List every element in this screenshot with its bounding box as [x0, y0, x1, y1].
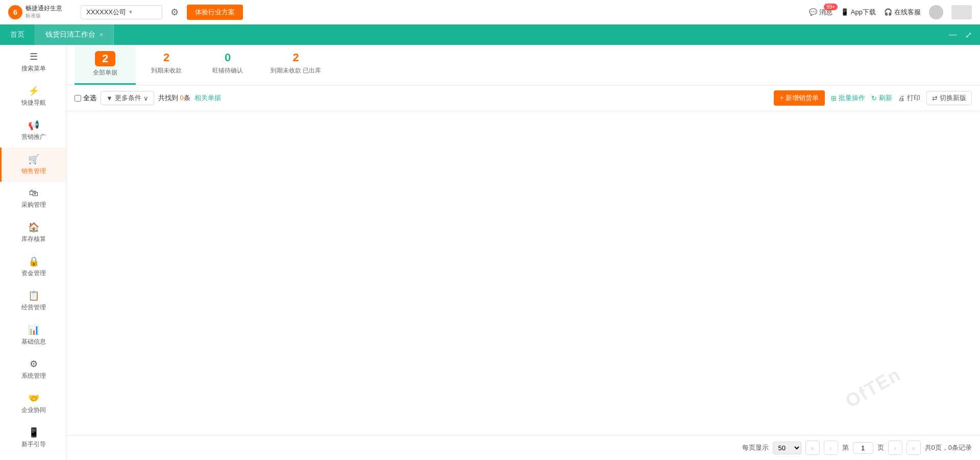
top-bar-right: 💬 消息 99+ 📱 App下载 🎧 在线客服: [809, 5, 972, 19]
sidebar-item-cooperation[interactable]: 🤝 企业协同: [0, 386, 66, 421]
message-icon: 💬: [809, 8, 817, 16]
tab-qianhuoqingong[interactable]: 钱货日清工作台 ×: [35, 25, 114, 45]
close-tab-icon[interactable]: ×: [100, 31, 103, 38]
table-empty-state: [66, 111, 980, 435]
related-link[interactable]: 相关单据: [194, 93, 221, 103]
finance-icon: 🔒: [28, 256, 39, 267]
sidebar-item-purchase[interactable]: 🛍 采购管理: [0, 182, 66, 215]
select-all-checkbox[interactable]: 全选: [75, 93, 96, 103]
switch-version-button[interactable]: ⇄ 切换新版: [926, 91, 972, 105]
add-sale-order-button[interactable]: + 新增销货单: [774, 90, 825, 106]
select-all-input[interactable]: [75, 95, 81, 102]
first-page-button[interactable]: «: [805, 441, 820, 455]
refresh-button[interactable]: ↻ 刷新: [871, 93, 892, 103]
found-text: 共找到 0条: [158, 93, 190, 103]
sidebar-label-purchase: 采购管理: [21, 201, 46, 209]
chevron-filter-icon: ∨: [143, 94, 149, 102]
refresh-icon: ↻: [871, 94, 877, 102]
sidebar-label-quick-nav: 快捷导航: [21, 99, 46, 107]
sales-icon: 🛒: [28, 154, 39, 165]
maximize-icon[interactable]: ⤢: [963, 28, 974, 42]
batch-icon: ⊞: [831, 94, 837, 102]
stats-tab-pending[interactable]: 0 旺辅待确认: [197, 45, 258, 85]
stats-label-all: 全部单据: [93, 68, 117, 77]
sidebar-item-marketing[interactable]: 📢 营销推广: [0, 113, 66, 148]
operation-icon: 📋: [28, 290, 39, 301]
company-name: XXXXXX公司: [86, 8, 126, 17]
sidebar-label-finance: 资金管理: [21, 269, 46, 278]
sidebar-label-marketing: 营销推广: [21, 133, 46, 141]
batch-operation-button[interactable]: ⊞ 批量操作: [831, 93, 865, 103]
stats-num-pending: 0: [225, 51, 231, 64]
stats-num-overdue: 2: [163, 51, 169, 64]
per-page-select[interactable]: 10 20 50 100: [773, 442, 801, 454]
next-page-button[interactable]: ›: [888, 441, 902, 455]
settings-icon[interactable]: ⚙: [168, 5, 181, 20]
message-badge: 99+: [824, 4, 838, 10]
sidebar-item-sales[interactable]: 🛒 销售管理: [0, 148, 66, 182]
print-button[interactable]: 🖨 打印: [898, 93, 920, 103]
more-filter-label: 更多条件: [115, 93, 141, 103]
service-icon: 🎧: [884, 8, 892, 16]
toolbar-left: 全选 ▼ 更多条件 ∨ 共找到 0条 相关单据: [75, 91, 221, 105]
nav-tabs: 首页 钱货日清工作台 × — ⤢: [0, 25, 980, 45]
system-icon: ⚙: [30, 358, 38, 370]
tab-home[interactable]: 首页: [0, 25, 35, 45]
online-service-item[interactable]: 🎧 在线客服: [884, 8, 921, 17]
logo-area: 6 畅捷通好生意 标准版: [8, 5, 75, 20]
basic-info-icon: 📊: [28, 324, 39, 335]
content-area: 2 全部单据 2 到期未收款 0 旺辅待确认 2 到期未收款 已出库 全选: [66, 45, 980, 460]
sidebar-label-search-menu: 搜索菜单: [21, 64, 46, 73]
stats-label-pending: 旺辅待确认: [212, 66, 243, 75]
avatar[interactable]: [929, 5, 943, 19]
stats-tab-overdue[interactable]: 2 到期未收款: [136, 45, 197, 85]
sidebar-label-inventory: 库存核算: [21, 235, 46, 244]
sidebar-item-inventory[interactable]: 🏠 库存核算: [0, 215, 66, 250]
user-name-area: [951, 5, 972, 19]
cooperation-icon: 🤝: [28, 393, 39, 404]
logo-sub: 标准版: [26, 12, 62, 19]
sidebar-label-cooperation: 企业协同: [21, 406, 46, 415]
guide-icon: 📱: [28, 427, 39, 438]
sidebar-item-guide[interactable]: 📱 新手引导: [0, 421, 66, 455]
sidebar-label-basic-info: 基础信息: [21, 337, 46, 346]
sidebar-item-app-center[interactable]: 🛒 应用中心: [0, 455, 66, 460]
found-count: 0: [180, 94, 184, 102]
sidebar-item-basic-info[interactable]: 📊 基础信息: [0, 318, 66, 352]
top-bar: 6 畅捷通好生意 标准版 XXXXXX公司 ▼ ⚙ 体验行业方案 💬 消息 99…: [0, 0, 980, 25]
sidebar-item-quick-nav[interactable]: ⚡ 快捷导航: [0, 79, 66, 113]
more-filter-button[interactable]: ▼ 更多条件 ∨: [101, 91, 154, 105]
sidebar-item-operation[interactable]: 📋 经营管理: [0, 284, 66, 318]
download-icon: 📱: [841, 8, 849, 16]
last-page-button[interactable]: »: [906, 441, 921, 455]
logo-icon: 6: [8, 5, 22, 19]
main-layout: ☰ 搜索菜单 ⚡ 快捷导航 📢 营销推广 🛒 销售管理 🛍 采购管理 🏠 库存核…: [0, 45, 980, 460]
app-download-item[interactable]: 📱 App下载: [841, 8, 876, 17]
sidebar-item-search-menu[interactable]: ☰ 搜索菜单: [0, 45, 66, 79]
trial-button[interactable]: 体验行业方案: [187, 5, 243, 20]
message-item[interactable]: 💬 消息 99+: [809, 8, 832, 17]
toolbar: 全选 ▼ 更多条件 ∨ 共找到 0条 相关单据 + 新增销货单 ⊞ 批量操作: [66, 85, 980, 111]
print-icon: 🖨: [898, 94, 905, 102]
filter-icon: ▼: [106, 94, 113, 102]
sidebar-label-system: 系统管理: [21, 372, 46, 380]
pagination: 每页显示 10 20 50 100 « ‹ 第 页 › » 共0页，0条记录: [66, 435, 980, 460]
minimize-icon[interactable]: —: [947, 28, 959, 42]
stats-label-overdue: 到期未收款: [151, 66, 182, 75]
page-input[interactable]: [853, 442, 873, 454]
total-records: 共0页，0条记录: [925, 443, 972, 452]
switch-icon: ⇄: [932, 94, 938, 102]
page-label: 第: [842, 443, 849, 452]
marketing-icon: 📢: [28, 119, 39, 131]
app-download-label: App下载: [851, 8, 876, 17]
stats-tab-overdue-shipped[interactable]: 2 到期未收款 已出库: [258, 45, 333, 85]
chevron-down-icon: ▼: [128, 9, 133, 15]
prev-page-button[interactable]: ‹: [824, 441, 838, 455]
company-selector[interactable]: XXXXXX公司 ▼: [81, 5, 162, 19]
sidebar-item-finance[interactable]: 🔒 资金管理: [0, 250, 66, 284]
stats-tab-all[interactable]: 2 全部单据: [75, 45, 136, 85]
page-suffix: 页: [877, 443, 884, 452]
search-menu-icon: ☰: [30, 51, 38, 62]
quick-nav-icon: ⚡: [28, 85, 39, 96]
sidebar-item-system[interactable]: ⚙ 系统管理: [0, 352, 66, 386]
